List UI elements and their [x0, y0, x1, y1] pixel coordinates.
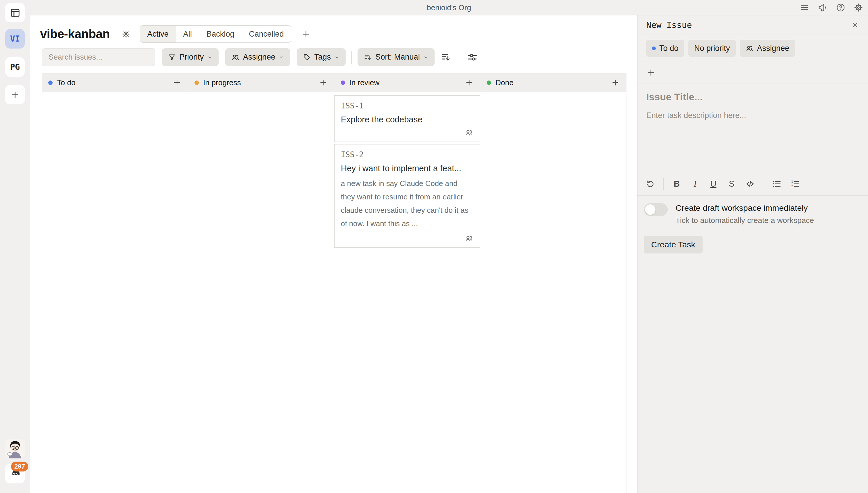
- issue-properties-row: To do No priority Assignee: [637, 35, 868, 62]
- assignee-select-badge[interactable]: Assignee: [740, 40, 795, 57]
- people-icon: [745, 44, 754, 52]
- chevron-down-icon: [423, 55, 429, 60]
- panel-header: New Issue: [637, 16, 868, 35]
- menu-icon[interactable]: [800, 3, 809, 12]
- project-settings-gear-icon[interactable]: [122, 30, 131, 39]
- add-card-button[interactable]: [173, 78, 181, 87]
- add-card-button[interactable]: [611, 78, 620, 87]
- tab-backlog[interactable]: Backlog: [199, 26, 242, 42]
- priority-filter-button[interactable]: Priority: [162, 48, 219, 66]
- underline-icon[interactable]: U: [708, 179, 719, 189]
- issue-title: Hey i want to implement a feat...: [341, 164, 474, 173]
- issue-title-input[interactable]: Issue Title...: [646, 91, 859, 103]
- sidebar-item-workspace-pg[interactable]: PG: [5, 57, 25, 77]
- view-options-button[interactable]: [465, 50, 480, 65]
- svg-text:2: 2: [791, 185, 793, 188]
- top-bar: benioid's Org: [30, 0, 868, 16]
- page-title: vibe-kanban: [40, 27, 110, 41]
- column-todo: To do: [42, 73, 188, 493]
- workspace-initials: PG: [10, 62, 20, 72]
- plus-icon: [10, 90, 20, 100]
- settings-gear-icon[interactable]: [853, 3, 863, 13]
- issue-card[interactable]: ISS-1 Explore the codebase: [334, 95, 480, 142]
- sort-direction-button[interactable]: [439, 50, 453, 65]
- assignee-filter-button[interactable]: Assignee: [225, 48, 290, 66]
- bold-icon[interactable]: B: [672, 179, 682, 189]
- project-header: vibe-kanban Active All Backlog Cancelled: [40, 25, 311, 43]
- workspace-sidebar: VI PG: [0, 0, 30, 493]
- bullet-list-icon[interactable]: [771, 179, 782, 189]
- issue-editor[interactable]: Issue Title... Enter task description he…: [637, 83, 868, 172]
- toggle-label: Create draft workspace immediately: [676, 203, 814, 213]
- code-icon[interactable]: [745, 179, 755, 189]
- column-title: To do: [57, 78, 173, 87]
- add-card-button[interactable]: [465, 78, 474, 87]
- add-workspace-button[interactable]: [5, 85, 25, 104]
- column-header: To do: [42, 73, 188, 92]
- column-title: Done: [495, 78, 611, 87]
- tab-cancelled[interactable]: Cancelled: [242, 26, 291, 42]
- status-dot: [341, 81, 345, 85]
- chevron-down-icon: [207, 55, 213, 60]
- italic-icon[interactable]: I: [690, 179, 700, 189]
- sort-button[interactable]: Sort: Manual: [357, 48, 435, 66]
- undo-icon[interactable]: [645, 179, 655, 189]
- draft-workspace-toggle-row: Create draft workspace immediately Tick …: [644, 203, 859, 225]
- app-root: VI PG: [0, 0, 868, 493]
- divider: [459, 51, 459, 64]
- add-property-button[interactable]: [646, 68, 655, 77]
- issue-card[interactable]: ISS-2 Hey i want to implement a feat... …: [334, 144, 480, 248]
- strikethrough-icon[interactable]: S: [726, 179, 737, 189]
- add-card-button[interactable]: [319, 78, 328, 87]
- add-tab-button[interactable]: [301, 29, 311, 39]
- panel-title: New Issue: [646, 20, 851, 30]
- panel-layout-icon: [10, 7, 20, 18]
- issue-id: ISS-2: [341, 150, 474, 159]
- issue-id: ISS-1: [341, 102, 474, 110]
- assignee-badge-label: Assignee: [757, 44, 789, 53]
- org-title: benioid's Org: [30, 3, 868, 12]
- toggle-knob: [645, 205, 655, 215]
- issue-description: a new task in say Claude Code and they w…: [341, 177, 474, 230]
- user-avatar[interactable]: [5, 439, 25, 458]
- status-dot: [48, 81, 52, 85]
- kanban-board: To do In progress In review: [42, 73, 626, 493]
- draft-workspace-toggle[interactable]: [644, 203, 668, 216]
- sidebar-item-workspace-vi[interactable]: VI: [5, 29, 25, 48]
- editor-toolbar: B I U S 12: [637, 172, 868, 196]
- discord-button[interactable]: 297: [5, 464, 25, 484]
- numbered-list-icon[interactable]: 12: [789, 179, 800, 189]
- layout-panel-button[interactable]: [5, 3, 25, 22]
- tab-all[interactable]: All: [176, 26, 199, 42]
- svg-text:1: 1: [791, 180, 793, 183]
- tags-filter-button[interactable]: Tags: [297, 48, 346, 66]
- tab-active[interactable]: Active: [140, 26, 176, 42]
- create-task-button[interactable]: Create Task: [644, 236, 702, 254]
- sort-label: Sort: Manual: [375, 52, 420, 62]
- chevron-down-icon: [334, 55, 340, 60]
- divider: [351, 51, 352, 64]
- add-property-row: [637, 62, 868, 83]
- issue-description-input[interactable]: Enter task description here...: [646, 111, 859, 120]
- close-icon[interactable]: [851, 21, 859, 29]
- people-icon: [232, 53, 240, 61]
- filter-toolbar: Priority Assignee Tags Sort: Manual: [42, 48, 480, 66]
- column-title: In progress: [203, 78, 319, 87]
- assignee-people-icon[interactable]: [465, 128, 473, 137]
- announcements-icon[interactable]: [818, 2, 828, 13]
- project-main: vibe-kanban Active All Backlog Cancelled…: [30, 16, 637, 493]
- priority-filter-label: Priority: [179, 52, 204, 62]
- card-list: ISS-1 Explore the codebase ISS-2 Hey i w…: [334, 92, 480, 248]
- status-dot: [486, 81, 491, 85]
- help-icon[interactable]: [836, 3, 845, 12]
- status-badge-label: To do: [659, 44, 678, 53]
- status-dot: [652, 46, 656, 50]
- status-select-badge[interactable]: To do: [646, 40, 684, 57]
- search-input[interactable]: [42, 48, 155, 66]
- priority-select-badge[interactable]: No priority: [688, 40, 736, 57]
- new-issue-panel: New Issue To do No priority Assignee: [637, 16, 868, 493]
- assignee-filter-label: Assignee: [243, 52, 275, 62]
- discord-notification-badge: 297: [11, 462, 28, 471]
- assignee-people-icon[interactable]: [465, 234, 473, 243]
- tag-icon: [303, 53, 311, 61]
